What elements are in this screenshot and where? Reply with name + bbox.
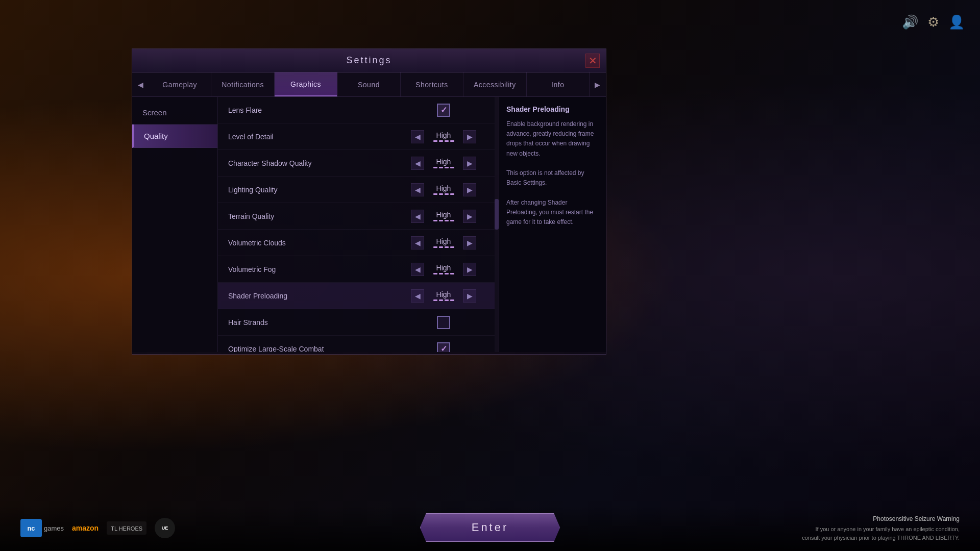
hs-control (403, 316, 484, 329)
sidebar-item-screen[interactable]: Screen (132, 101, 217, 124)
tq-arrow-left[interactable]: ◀ (411, 210, 424, 223)
olsc-label: Optimize Large-Scale Combat (228, 345, 403, 353)
lens-flare-control: ✓ (403, 104, 484, 117)
sp-dot-2 (439, 299, 443, 301)
lod-value-text: High (428, 131, 459, 139)
close-button[interactable]: ✕ (585, 54, 600, 68)
olsc-checkbox[interactable]: ✓ (437, 342, 450, 353)
vc-arrow-right[interactable]: ▶ (463, 236, 476, 249)
tq-value: High (428, 211, 459, 221)
sp-dot-3 (445, 299, 449, 301)
settings-modal: Settings ✕ ◀ Gameplay Notifications Grap… (132, 48, 606, 355)
csq-arrow-right[interactable]: ▶ (463, 157, 476, 170)
tq-label: Terrain Quality (228, 212, 403, 220)
lens-flare-checkbox[interactable]: ✓ (437, 104, 450, 117)
csq-dot-4 (450, 167, 454, 168)
setting-row-olsc: Optimize Large-Scale Combat ✓ (218, 336, 495, 352)
setting-row-csq: Character Shadow Quality ◀ High ▶ (218, 150, 495, 177)
lq-arrow-left[interactable]: ◀ (411, 183, 424, 196)
sp-label: Shader Preloading (228, 292, 403, 300)
vf-dots (428, 273, 459, 274)
scrollbar-thumb[interactable] (495, 199, 499, 230)
lod-value: High (428, 131, 459, 142)
csq-value-text: High (428, 158, 459, 166)
tab-shortcuts[interactable]: Shortcuts (401, 72, 463, 96)
vf-dot-4 (450, 273, 454, 274)
vc-dot-4 (450, 246, 454, 248)
setting-row-tq: Terrain Quality ◀ High ▶ (218, 203, 495, 230)
lod-control: ◀ High ▶ (403, 130, 484, 143)
sidebar-item-quality[interactable]: Quality (132, 124, 217, 148)
lq-dot-4 (450, 193, 454, 195)
vf-dot-2 (439, 273, 443, 274)
sp-dot-1 (433, 299, 437, 301)
tq-dot-1 (433, 220, 437, 221)
tq-control: ◀ High ▶ (403, 210, 484, 223)
modal-title: Settings (346, 55, 391, 65)
tab-sound[interactable]: Sound (337, 72, 400, 96)
settings-icon[interactable]: ⚙ (927, 14, 939, 30)
tab-notifications[interactable]: Notifications (211, 72, 274, 96)
vf-value: High (428, 264, 459, 274)
lens-flare-label: Lens Flare (228, 106, 403, 114)
games-label: games (44, 524, 64, 532)
lq-dot-2 (439, 193, 443, 195)
lod-arrow-left[interactable]: ◀ (411, 130, 424, 143)
tab-accessibility[interactable]: Accessibility (463, 72, 526, 96)
sp-dots (428, 299, 459, 301)
profile-icon[interactable]: 👤 (948, 14, 965, 30)
csq-value: High (428, 158, 459, 168)
vf-dot-3 (445, 273, 449, 274)
ue-logo: UE (155, 518, 175, 538)
csq-label: Character Shadow Quality (228, 159, 403, 167)
lod-dots (428, 140, 459, 142)
info-panel-text: Enable background rendering in advance, … (506, 119, 599, 227)
vc-value: High (428, 237, 459, 248)
dot-1 (433, 140, 437, 142)
tq-arrow-right[interactable]: ▶ (463, 210, 476, 223)
dot-2 (439, 140, 443, 142)
csq-dot-3 (445, 167, 449, 168)
sp-arrow-right[interactable]: ▶ (463, 289, 476, 303)
setting-row-lens-flare: Lens Flare ✓ (218, 97, 495, 123)
enter-button[interactable]: Enter (420, 513, 560, 542)
csq-dots (428, 167, 459, 168)
sp-control: ◀ High ▶ (403, 289, 484, 303)
tab-graphics[interactable]: Graphics (275, 72, 337, 96)
info-panel-title: Shader Preloading (506, 105, 599, 113)
sp-arrow-left[interactable]: ◀ (411, 289, 424, 303)
tab-bar: ◀ Gameplay Notifications Graphics Sound … (132, 72, 606, 97)
csq-dot-1 (433, 167, 437, 168)
tq-dots (428, 220, 459, 221)
csq-arrow-left[interactable]: ◀ (411, 157, 424, 170)
tab-gameplay[interactable]: Gameplay (149, 72, 211, 96)
lq-value-text: High (428, 184, 459, 192)
tab-arrow-right[interactable]: ▶ (590, 72, 606, 96)
lq-dot-3 (445, 193, 449, 195)
amazon-logo: amazon (72, 524, 99, 532)
vf-label: Volumetric Fog (228, 265, 403, 273)
tab-info[interactable]: Info (527, 72, 590, 96)
olsc-checkmark: ✓ (440, 344, 447, 352)
nc-logo: nc (20, 519, 42, 537)
lod-arrow-right[interactable]: ▶ (463, 130, 476, 143)
modal-title-bar: Settings ✕ (132, 49, 606, 72)
sidebar: Screen Quality (132, 97, 218, 352)
scrollbar-track[interactable] (495, 97, 499, 352)
setting-row-lq: Lighting Quality ◀ High ▶ (218, 177, 495, 203)
vf-arrow-right[interactable]: ▶ (463, 263, 476, 276)
vf-dot-1 (433, 273, 437, 274)
vf-control: ◀ High ▶ (403, 263, 484, 276)
tab-arrow-left[interactable]: ◀ (132, 72, 149, 96)
tq-value-text: High (428, 211, 459, 219)
vf-value-text: High (428, 264, 459, 272)
vc-arrow-left[interactable]: ◀ (411, 236, 424, 249)
main-content: Lens Flare ✓ Level of Detail ◀ High (218, 97, 495, 352)
csq-control: ◀ High ▶ (403, 157, 484, 170)
lq-arrow-right[interactable]: ▶ (463, 183, 476, 196)
volume-icon[interactable]: 🔊 (902, 14, 918, 30)
dot-4 (450, 140, 454, 142)
hs-checkbox[interactable] (437, 316, 450, 329)
vf-arrow-left[interactable]: ◀ (411, 263, 424, 276)
tq-dot-3 (445, 220, 449, 221)
